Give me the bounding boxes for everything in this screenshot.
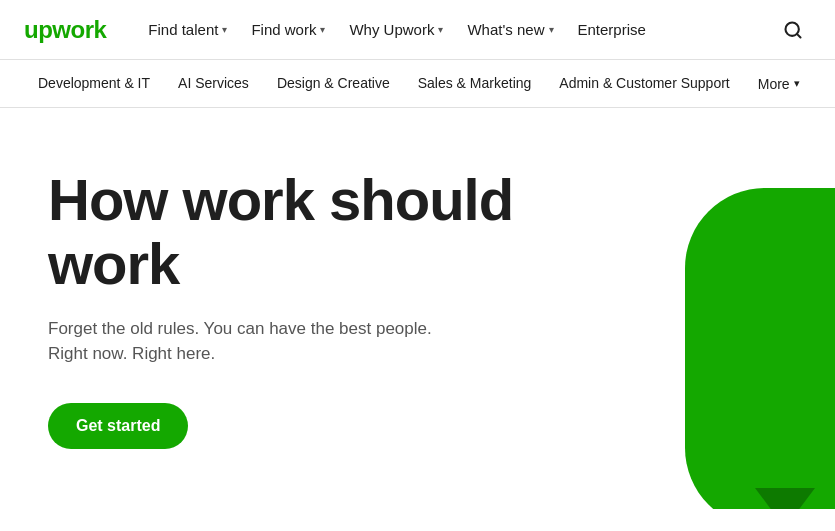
category-design-creative-label: Design & Creative — [277, 75, 390, 91]
category-admin-support[interactable]: Admin & Customer Support — [545, 60, 743, 107]
search-icon — [783, 20, 803, 40]
whats-new-nav-item[interactable]: What's new ▾ — [457, 13, 563, 46]
logo-text: upwork — [24, 16, 106, 43]
find-work-label: Find work — [251, 21, 316, 38]
enterprise-nav-item[interactable]: Enterprise — [568, 13, 656, 46]
category-development-it-label: Development & IT — [38, 75, 150, 91]
green-triangle-shape — [755, 488, 815, 509]
find-talent-label: Find talent — [148, 21, 218, 38]
hero-subtitle-line2: Right now. Right here. — [48, 344, 215, 363]
svg-line-1 — [797, 33, 801, 37]
find-talent-chevron-icon: ▾ — [222, 24, 227, 35]
category-sales-marketing-label: Sales & Marketing — [418, 75, 532, 91]
hero-section: How work should work Forget the old rule… — [0, 108, 835, 509]
category-navigation: Development & IT AI Services Design & Cr… — [0, 60, 835, 108]
category-sales-marketing[interactable]: Sales & Marketing — [404, 60, 546, 107]
find-talent-nav-item[interactable]: Find talent ▾ — [138, 13, 237, 46]
logo[interactable]: upwork — [24, 16, 106, 44]
why-upwork-chevron-icon: ▾ — [438, 24, 443, 35]
find-work-chevron-icon: ▾ — [320, 24, 325, 35]
category-development-it[interactable]: Development & IT — [24, 60, 164, 107]
find-work-nav-item[interactable]: Find work ▾ — [241, 13, 335, 46]
top-navigation: upwork Find talent ▾ Find work ▾ Why Upw… — [0, 0, 835, 60]
category-design-creative[interactable]: Design & Creative — [263, 60, 404, 107]
green-blob-shape — [685, 188, 835, 509]
more-chevron-icon: ▾ — [794, 77, 800, 90]
enterprise-label: Enterprise — [578, 21, 646, 38]
hero-subtitle-line1: Forget the old rules. You can have the b… — [48, 319, 432, 338]
category-ai-services-label: AI Services — [178, 75, 249, 91]
category-more-label: More — [758, 76, 790, 92]
category-admin-support-label: Admin & Customer Support — [559, 75, 729, 91]
category-more[interactable]: More ▾ — [744, 64, 814, 104]
hero-title: How work should work — [48, 168, 568, 296]
get-started-button[interactable]: Get started — [48, 403, 188, 449]
why-upwork-label: Why Upwork — [349, 21, 434, 38]
whats-new-label: What's new — [467, 21, 544, 38]
search-button[interactable] — [775, 12, 811, 48]
top-nav-links: Find talent ▾ Find work ▾ Why Upwork ▾ W… — [138, 13, 775, 46]
hero-decoration — [725, 188, 835, 508]
whats-new-chevron-icon: ▾ — [549, 24, 554, 35]
hero-subtitle: Forget the old rules. You can have the b… — [48, 316, 528, 367]
category-ai-services[interactable]: AI Services — [164, 60, 263, 107]
why-upwork-nav-item[interactable]: Why Upwork ▾ — [339, 13, 453, 46]
